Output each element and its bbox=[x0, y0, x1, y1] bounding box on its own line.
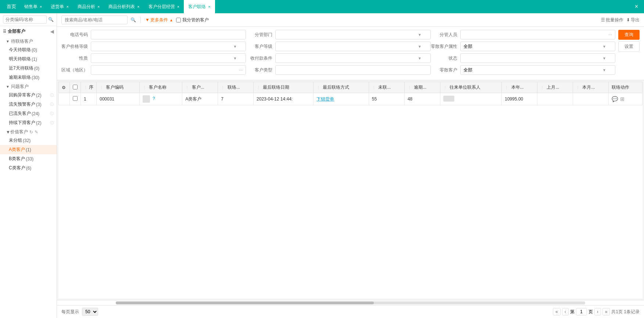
select-all-checkbox[interactable] bbox=[73, 85, 78, 89]
sidebar-item-abnormal[interactable]: 回购异常客户 (2) ⓘ bbox=[0, 91, 57, 100]
sidebar-item-class-a[interactable]: A类客户 (1) bbox=[0, 145, 57, 154]
select-price-level[interactable]: ▼ bbox=[91, 42, 246, 51]
label-manager: 分管人员 bbox=[431, 32, 460, 38]
td-code: 000031 bbox=[97, 93, 140, 105]
input-customer-type[interactable] bbox=[275, 65, 430, 75]
td-customer-type: A类客户 bbox=[182, 93, 218, 105]
input-phone[interactable] bbox=[91, 30, 246, 39]
page-number-input[interactable] bbox=[576, 308, 587, 315]
chat-icon-btn[interactable]: 💬 bbox=[612, 96, 618, 102]
toolbar-search-input[interactable] bbox=[61, 15, 128, 24]
th-code: ⋮ 客户编码 bbox=[97, 82, 140, 93]
scrollbar-track bbox=[116, 301, 585, 304]
chevron-retail-customer: ▼ bbox=[602, 68, 606, 72]
scrollbar-thumb[interactable] bbox=[116, 301, 374, 304]
sidebar-item-overdue[interactable]: 逾期未联络 (30) bbox=[0, 73, 57, 82]
group-title-problem[interactable]: ▼ 问题客户 bbox=[0, 82, 57, 91]
sidebar-item-declining[interactable]: 持续下滑客户 (2) ⓘ bbox=[0, 118, 57, 127]
select-payment[interactable]: ▼ bbox=[275, 53, 430, 63]
select-retail-customer[interactable]: 全部 ▼ bbox=[460, 65, 615, 75]
customer-name[interactable]: ? bbox=[153, 96, 155, 101]
sidebar-search-icon[interactable]: 🔍 bbox=[48, 17, 54, 22]
dots-region[interactable]: ··· bbox=[239, 67, 243, 73]
nav-tab-customer-contact[interactable]: 客户联络 × bbox=[184, 0, 215, 13]
close-analysis-tab[interactable]: × bbox=[97, 4, 100, 9]
query-button[interactable]: 查询 bbox=[618, 30, 640, 40]
th-last-month: ⋮ 上月... bbox=[537, 82, 573, 93]
sidebar-item-loss-warning[interactable]: 流失预警客户 (3) ⓘ bbox=[0, 100, 57, 109]
label-customer-type: 客户类型 bbox=[246, 67, 275, 73]
nav-tab-analysis-list[interactable]: 商品分析列表 × bbox=[104, 0, 144, 13]
nav-home[interactable]: 首页 bbox=[3, 3, 20, 10]
select-nature[interactable]: ▼ bbox=[91, 53, 246, 63]
row-checkbox[interactable] bbox=[73, 96, 78, 101]
my-customers-checkbox[interactable] bbox=[176, 18, 181, 22]
sidebar-item-class-b[interactable]: B类客户 (33) bbox=[0, 154, 57, 163]
select-retail-attr[interactable]: 全部 ▼ bbox=[460, 42, 615, 51]
toolbar-search-icon[interactable]: 🔍 bbox=[130, 17, 136, 22]
select-customer-level[interactable]: ▼ bbox=[275, 42, 430, 51]
group-title-value[interactable]: ▼ 价值客户 ↻ ✎ bbox=[0, 127, 57, 136]
refresh-icon[interactable]: ↻ bbox=[29, 130, 33, 135]
dots-manager[interactable]: ··· bbox=[608, 32, 612, 37]
resizer-last-month: ⋮ bbox=[540, 85, 544, 89]
close-all-btn[interactable]: × bbox=[632, 2, 641, 11]
more-icon-btn[interactable]: ⊞ bbox=[620, 96, 625, 102]
contact-method-link[interactable]: 下销货单 bbox=[316, 96, 334, 102]
info-icon-lost: ⓘ bbox=[50, 111, 54, 116]
th-customer-type: ⋮ 客户... bbox=[182, 82, 218, 93]
horizontal-scrollbar[interactable] bbox=[57, 300, 644, 305]
settings-icon[interactable]: ⚙ bbox=[62, 85, 66, 90]
first-page-btn[interactable]: « bbox=[553, 308, 561, 315]
settings-button[interactable]: 设置 bbox=[618, 41, 640, 52]
sidebar-item-tomorrow[interactable]: 明天待联络 (1) bbox=[0, 54, 57, 64]
nav-tab-customer-mgmt[interactable]: 客户分层经营 × bbox=[144, 0, 184, 13]
sidebar-item-today[interactable]: 今天待联络 (0) bbox=[0, 45, 57, 54]
label-status: 状态 bbox=[431, 55, 460, 61]
td-last-contact-date: 2023-04-12 14:44: bbox=[254, 93, 314, 105]
th-contact-count: ⋮ 联络... bbox=[218, 82, 254, 93]
prev-page-btn[interactable]: ‹ bbox=[562, 308, 569, 315]
next-page-btn[interactable]: › bbox=[594, 308, 601, 315]
sidebar-item-unclassified[interactable]: 未分组 (32) bbox=[0, 136, 57, 145]
arrow-pending: ▼ bbox=[6, 39, 10, 43]
collapse-sidebar-icon[interactable]: ◀ bbox=[50, 29, 54, 34]
th-not-contacted: ⋮ 未联... bbox=[369, 82, 404, 93]
nav-tab-analysis[interactable]: 商品分析 × bbox=[73, 0, 104, 13]
select-dept[interactable]: ▼ bbox=[275, 30, 430, 39]
last-page-btn[interactable]: » bbox=[602, 308, 610, 315]
page-size-label: 每页显示 bbox=[61, 309, 79, 315]
grid-icon: ⠿ bbox=[3, 29, 6, 34]
chevron-nature: ▼ bbox=[233, 56, 237, 60]
close-customer-mgmt-tab[interactable]: × bbox=[177, 4, 179, 9]
batch-operations-btn[interactable]: ☰ 批量操作 bbox=[601, 17, 623, 23]
total-pages-label: 页 bbox=[588, 309, 593, 315]
th-contacts: ⋮ 往来单位联系人 bbox=[440, 82, 502, 93]
close-purchase-tab[interactable]: × bbox=[66, 4, 68, 9]
nav-tab-purchase[interactable]: 进货单 × bbox=[46, 0, 73, 13]
close-customer-contact-tab[interactable]: × bbox=[208, 4, 210, 9]
input-manager[interactable]: ··· bbox=[460, 30, 615, 39]
info-icon-declining: ⓘ bbox=[50, 120, 54, 126]
filter-row-2: 客户价格等级 ▼ 客户等级 ▼ bbox=[61, 42, 615, 51]
td-not-contacted: 55 bbox=[369, 93, 404, 105]
sidebar-item-lost[interactable]: 已流失客户 (24) ⓘ bbox=[0, 109, 57, 118]
group-title-pending[interactable]: ▼ 待联络客户 bbox=[0, 37, 57, 45]
resizer-contacts: ⋮ bbox=[443, 85, 447, 89]
th-settings[interactable]: ⚙ bbox=[59, 82, 70, 93]
input-region[interactable]: ··· bbox=[91, 65, 246, 75]
nav-tab-sales[interactable]: 销售单 × bbox=[20, 0, 46, 13]
sidebar-item-7days[interactable]: 近7天待联络 (0) bbox=[0, 64, 57, 73]
filter-btn[interactable]: ▼ 更多条件 ▲ bbox=[145, 17, 173, 23]
td-last-contact-method: 下销货单 bbox=[314, 93, 369, 105]
data-table: ⚙ ⋮序 ⋮ 客户编码 ⋮ bbox=[58, 82, 643, 105]
close-sales-tab[interactable]: × bbox=[40, 4, 42, 9]
sidebar-search-input[interactable] bbox=[3, 15, 47, 24]
close-analysis-list-tab[interactable]: × bbox=[137, 4, 139, 9]
edit-icon[interactable]: ✎ bbox=[35, 130, 38, 135]
export-btn[interactable]: ⬇ 导出 bbox=[626, 17, 640, 23]
sidebar-item-class-c[interactable]: C类客户 (6) bbox=[0, 163, 57, 173]
my-customers-checkbox-label[interactable]: 我分管的客户 bbox=[176, 17, 209, 23]
page-size-select[interactable]: 50 bbox=[82, 308, 98, 316]
select-status[interactable]: ▼ bbox=[460, 53, 615, 63]
